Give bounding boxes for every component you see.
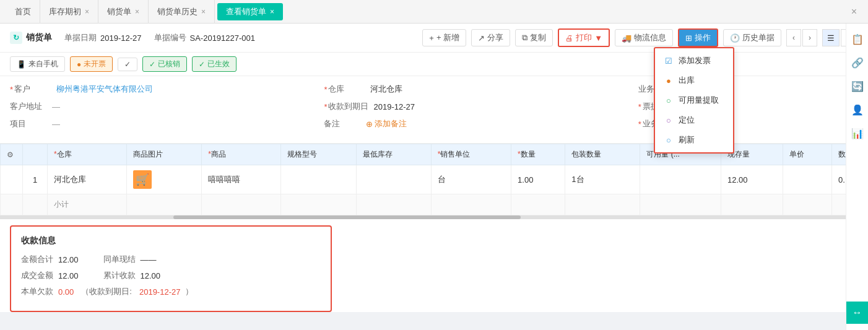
amount-total-field: 金额合计 12.00: [21, 254, 79, 265]
same-order-settle-field: 同单现结 ——: [103, 254, 157, 265]
sidebar-icon-1[interactable]: 📋: [848, 30, 867, 48]
sidebar-icon-5[interactable]: 📊: [848, 124, 867, 142]
available-extract-label: 可用量提取: [679, 95, 719, 106]
add-invoice-item[interactable]: ☑ 添加发票: [655, 51, 733, 71]
th-quantity: *数量: [511, 144, 565, 165]
note-label: 备注: [324, 118, 361, 129]
product-image: 🛒: [133, 170, 152, 189]
tab-close-sales-history[interactable]: ×: [201, 7, 206, 16]
due-date-label: 收款到期日: [328, 101, 368, 112]
available-extract-item[interactable]: ○ 可用量提取: [655, 90, 733, 110]
horizontal-scrollbar[interactable]: [0, 215, 868, 219]
tab-home[interactable]: 首页: [6, 0, 40, 24]
th-settings[interactable]: ⚙: [1, 144, 23, 165]
row-unit-price-cell: [783, 165, 832, 194]
prev-arrow[interactable]: ‹: [786, 29, 801, 46]
doc-date-value: 2019-12-27: [100, 33, 142, 43]
main-content: ↻ 销货单 单据日期 2019-12-27 单据编号 SA-20191227-0…: [0, 24, 868, 312]
sidebar-expand-button[interactable]: ↔: [846, 302, 869, 318]
from-phone-button[interactable]: 📱 来自手机: [10, 56, 65, 72]
print-dropdown-arrow[interactable]: ▼: [594, 33, 602, 43]
doc-title-area: ↻ 销货单: [10, 32, 52, 44]
tab-bar: 首页 库存期初 × 销货单 × 销货单历史 × 查看销货单 × ×: [0, 0, 868, 24]
tab-stock-init[interactable]: 库存期初 ×: [40, 0, 98, 24]
row-product-cell: 嘻嘻嘻嘻: [202, 165, 281, 194]
form-section: * 客户 柳州粤港平安气体有限公司 * 仓库 河北仓库 业务员 演示账号 客户地…: [0, 76, 868, 144]
tab-view-sales[interactable]: 查看销货单 ×: [217, 3, 283, 20]
effective-status-badge[interactable]: ✓ 已生效: [192, 56, 237, 72]
locate-icon: ○: [664, 115, 674, 125]
print-button[interactable]: 🖨 打印 ▼: [558, 28, 610, 47]
th-spec: 规格型号: [281, 144, 356, 165]
row-current-cell: 12.00: [721, 165, 783, 194]
check-btn[interactable]: ✓: [118, 58, 137, 71]
doc-header: ↻ 销货单 单据日期 2019-12-27 单据编号 SA-20191227-0…: [0, 24, 868, 53]
window-close-button[interactable]: ×: [846, 6, 862, 17]
due-date-hint: （收款到期日:: [81, 286, 132, 297]
tab-close-stock-init[interactable]: ×: [85, 7, 89, 16]
available-extract-icon: ○: [664, 95, 674, 105]
warehouse-label: 仓库: [328, 84, 365, 95]
subtotal-row: 小计: [1, 194, 868, 215]
tab-close-sales[interactable]: ×: [135, 7, 139, 16]
refresh-label: 刷新: [679, 134, 695, 145]
this-order-debt-label: 本单欠款: [21, 286, 53, 297]
row-image-cell: 🛒: [127, 165, 202, 194]
list-view-btn[interactable]: ☰: [822, 29, 840, 46]
sidebar-icon-3[interactable]: 🔄: [848, 77, 867, 95]
ops-button[interactable]: ⊞ 操作: [678, 28, 718, 47]
address-value: —: [52, 102, 324, 111]
row-available-cell: [640, 165, 721, 194]
this-order-debt-value: 0.00: [58, 287, 74, 297]
effective-check-icon: ✓: [199, 60, 205, 69]
tab-close-view-sales[interactable]: ×: [270, 7, 274, 16]
row-warehouse-cell: 河北仓库: [48, 165, 127, 194]
due-date-field: * 收款到期日 2019-12-27: [324, 101, 638, 112]
customer-value[interactable]: 柳州粤港平安气体有限公司: [56, 84, 324, 95]
th-num: [23, 144, 48, 165]
locate-item[interactable]: ○ 定位: [655, 110, 733, 130]
logistics-button[interactable]: 🚚 物流信息: [615, 29, 673, 46]
address-label: 客户地址: [10, 101, 47, 112]
same-order-settle-value: ——: [141, 255, 157, 264]
outbound-item[interactable]: ● 出库: [655, 71, 733, 90]
row-settings-cell: [1, 165, 23, 194]
second-toolbar: 📱 来自手机 ● 未开票 ✓ ✓ 已核销 ✓ 已生效: [0, 53, 868, 76]
doc-meta: 单据日期 2019-12-27 单据编号 SA-20191227-001: [64, 32, 422, 43]
add-note-button[interactable]: ⊕ 添加备注: [366, 118, 407, 129]
row-unit-cell: 台: [431, 165, 511, 194]
accumulated-payment-field: 累计收款 12.00: [103, 270, 161, 281]
share-icon: ↗: [478, 33, 485, 43]
tab-sales-history[interactable]: 销货单历史 ×: [149, 0, 215, 24]
share-button[interactable]: ↗ 分享: [471, 29, 510, 46]
unopened-badge[interactable]: ● 未开票: [70, 56, 113, 72]
project-value: —: [52, 119, 324, 129]
refresh-item[interactable]: ○ 刷新: [655, 130, 733, 150]
next-arrow[interactable]: ›: [802, 29, 817, 46]
th-min-stock: 最低库存: [356, 144, 431, 165]
deal-amount-field: 成交金额 12.00: [21, 270, 79, 281]
doc-icon: ↻: [10, 32, 22, 44]
history-button[interactable]: 🕐 历史单据: [723, 29, 781, 46]
amount-total-label: 金额合计: [21, 254, 53, 265]
doc-date-field: 单据日期 2019-12-27: [64, 32, 142, 43]
cancel-status-badge[interactable]: ✓ 已核销: [142, 56, 187, 72]
payment-title: 收款信息: [21, 235, 321, 246]
new-button[interactable]: + + 新增: [422, 29, 466, 46]
phone-icon: 📱: [17, 60, 26, 69]
doc-no-field: 单据编号 SA-20191227-001: [154, 32, 256, 43]
doc-date-label: 单据日期: [64, 32, 97, 43]
copy-button[interactable]: ⧉ 复制: [515, 29, 553, 46]
sidebar-icon-2[interactable]: 🔗: [848, 53, 867, 72]
tab-sales[interactable]: 销货单 ×: [98, 0, 149, 24]
th-pack-qty: 包装数量: [565, 144, 640, 165]
subtotal-label-cell: 小计: [48, 194, 127, 215]
logistics-icon: 🚚: [622, 33, 631, 43]
accumulated-payment-value: 12.00: [141, 271, 161, 280]
toolbar-right: + + 新增 ↗ 分享 ⧉ 复制 🖨 打印 ▼ 🚚 物流信息 ⊞: [422, 28, 858, 47]
new-icon: +: [429, 33, 434, 43]
doc-no-label: 单据编号: [154, 32, 186, 43]
settings-icon[interactable]: ⚙: [7, 150, 14, 159]
customer-field: * 客户 柳州粤港平安气体有限公司: [10, 84, 324, 95]
sidebar-icon-4[interactable]: 👤: [848, 100, 867, 119]
